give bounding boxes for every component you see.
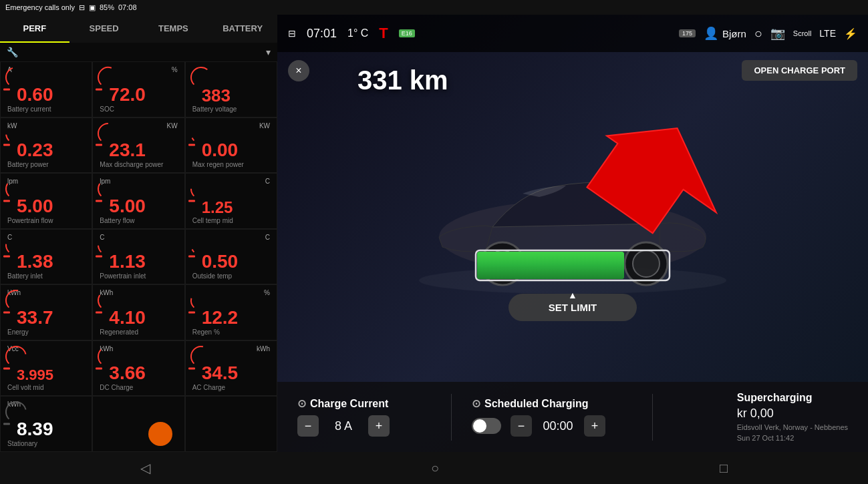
divider-2 <box>652 394 653 441</box>
pin-indicator <box>188 144 195 146</box>
tesla-temp: 1° C <box>347 27 368 39</box>
charge-decrease-button[interactable]: − <box>297 415 319 437</box>
pin-indicator <box>3 423 10 425</box>
supercharging-date: Sun 27 Oct 11:42 <box>737 434 848 442</box>
main-layout: PERF SPEED TEMPS BATTERY 🔧 ▾ A 0.60 Batt… <box>0 15 868 452</box>
tab-perf[interactable]: PERF <box>0 15 69 43</box>
status-bluetooth-icon: ⊟ <box>79 3 85 12</box>
cell-temp-value: 1.25 <box>202 200 233 216</box>
metric-battery-flow: lpm 5.00 Battery flow <box>92 173 184 229</box>
svg-point-12 <box>3 288 29 313</box>
cell-volt-value: 3.995 <box>17 368 53 383</box>
pin-indicator <box>188 312 195 314</box>
svg-point-18 <box>3 399 29 425</box>
max-regen-label: Max regen power <box>192 161 270 168</box>
status-battery: 85% <box>100 3 114 11</box>
pin-indicator <box>3 367 10 369</box>
battery-voltage-label: Battery voltage <box>192 105 270 113</box>
metric-cell-temp: C 1.25 Cell temp mid <box>185 173 277 229</box>
scheduled-minus-icon: − <box>518 419 525 433</box>
scheduled-increase-button[interactable]: + <box>584 415 605 437</box>
battery-inlet-label: Battery inlet <box>7 272 85 280</box>
metric-cell-volt: Vcc 3.995 Cell volt mid <box>0 340 92 397</box>
close-button[interactable]: × <box>288 60 309 81</box>
pin-indicator <box>96 200 102 202</box>
charge-current-controls: − 8 A + <box>297 415 431 437</box>
status-time: 07:08 <box>118 3 137 11</box>
svg-point-11 <box>188 232 214 258</box>
svg-rect-27 <box>477 252 624 279</box>
charge-current-section: ⊙ Charge Current − 8 A + <box>297 397 431 437</box>
nav-recents-button[interactable]: □ <box>720 461 728 476</box>
connectivity-icon: ⊟ <box>288 28 296 39</box>
nav-back-button[interactable]: ◁ <box>140 460 150 476</box>
pin-indicator <box>96 367 102 369</box>
pin-indicator <box>3 144 10 146</box>
tesla-top-bar: ⊟ 07:01 1° C T E16 175 👤 Bjørn ○ 📷 Scrol… <box>277 15 868 52</box>
metric-regen-percent: % 12.2 Regen % <box>185 284 277 340</box>
ac-charge-label: AC Charge <box>192 384 270 391</box>
scheduled-decrease-button[interactable]: − <box>511 415 532 437</box>
open-charge-port-button[interactable]: OPEN CHARGE PORT <box>742 60 857 81</box>
pin-indicator <box>188 200 195 202</box>
svg-point-6 <box>3 176 29 202</box>
scheduled-charging-title: Scheduled Charging <box>484 398 589 410</box>
energy-label: Energy <box>7 328 85 336</box>
car-svg <box>399 107 746 294</box>
metric-energy: kWh 33.7 Energy <box>0 284 92 340</box>
metric-battery-power: kW 0.23 Battery power <box>0 117 92 174</box>
svg-point-5 <box>188 121 214 146</box>
pin-indicator <box>188 367 195 369</box>
username: Bjørn <box>722 28 746 39</box>
plus-icon: + <box>376 419 383 433</box>
toggle-knob <box>473 419 486 433</box>
outside-temp-label: Outside temp <box>192 272 270 280</box>
supercharging-section: Supercharging kr 0,00 Eidsvoll Verk, Nor… <box>737 392 848 442</box>
tesla-time: 07:01 <box>307 27 337 41</box>
tabs-row: PERF SPEED TEMPS BATTERY <box>0 15 277 43</box>
dropdown-icon[interactable]: ▾ <box>266 47 271 57</box>
pin-indicator <box>188 256 195 258</box>
pin-indicator <box>3 312 10 314</box>
scheduled-toggle-row: − 00:00 + <box>472 415 632 437</box>
svg-point-9 <box>3 232 29 258</box>
svg-point-16 <box>96 344 121 369</box>
tesla-logo: T <box>379 25 388 42</box>
charge-current-label: ⊙ Charge Current <box>297 397 431 410</box>
charge-increase-button[interactable]: + <box>368 415 390 437</box>
nav-bar: ◁ ○ □ <box>0 452 868 484</box>
pin-indicator <box>96 312 102 314</box>
metric-ac-charge: kWh 34.5 AC Charge <box>185 340 277 397</box>
svg-point-4 <box>96 121 121 146</box>
camera-icon: 📷 <box>770 26 785 41</box>
charge-current-title: Charge Current <box>310 398 388 410</box>
metric-empty-1 <box>92 396 184 452</box>
cell-temp-label: Cell temp mid <box>192 217 270 224</box>
tab-battery[interactable]: BATTERY <box>208 15 277 43</box>
tab-speed[interactable]: SPEED <box>69 15 139 43</box>
svg-point-2 <box>188 65 214 90</box>
scheduled-charging-section: ⊙ Scheduled Charging − 00:00 + <box>472 397 632 437</box>
scheduled-plus-icon: + <box>591 419 599 433</box>
metric-dc-charge: kWh 3.66 DC Charge <box>92 340 184 397</box>
metric-battery-current: A 0.60 Battery current <box>0 61 92 117</box>
battery-current-label: Battery current <box>7 105 85 113</box>
scheduled-toggle[interactable] <box>472 418 501 434</box>
metric-battery-inlet: C 1.38 Battery inlet <box>0 229 92 285</box>
tesla-panel: ⊟ 07:01 1° C T E16 175 👤 Bjørn ○ 📷 Scrol… <box>277 15 868 452</box>
battery-power-label: Battery power <box>7 161 85 168</box>
scroll-icon: Scroll <box>793 29 812 37</box>
tesla-user: 👤 Bjørn <box>704 26 746 41</box>
metric-powertrain-flow: lpm 5.00 Powertrain flow <box>0 173 92 229</box>
nav-home-button[interactable]: ○ <box>431 461 439 476</box>
supercharging-location: Eidsvoll Verk, Norway - Nebbenes <box>737 423 848 431</box>
metric-max-discharge: KW 23.1 Max discharge power <box>92 117 184 174</box>
tab-temps[interactable]: TEMPS <box>139 15 208 43</box>
close-icon: × <box>295 65 301 77</box>
cell-volt-label: Cell volt mid <box>7 384 85 391</box>
metric-max-regen: KW 0.00 Max regen power <box>185 117 277 174</box>
svg-point-8 <box>188 176 214 202</box>
regenerated-label: Regenerated <box>100 328 177 336</box>
svg-point-24 <box>633 250 660 277</box>
scheduled-charging-label: ⊙ Scheduled Charging <box>472 397 632 410</box>
